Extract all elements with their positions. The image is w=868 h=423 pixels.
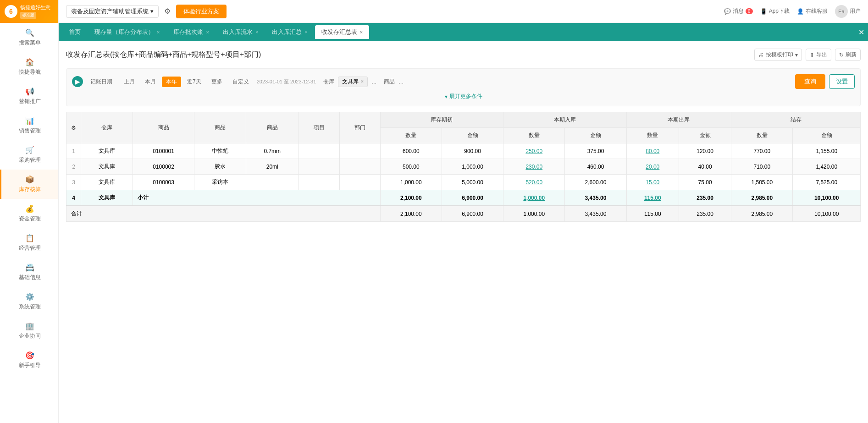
tabbar: 首页 现存量（库存分布表） × 库存批次账 × 出入库流水 × 出入库汇总 × … bbox=[59, 23, 868, 41]
tab-inout-flow[interactable]: 出入库流水 × bbox=[216, 25, 265, 39]
chevron-down-small-icon: ▾ bbox=[795, 52, 798, 58]
sidebar-item-enterprise[interactable]: 🏢 企业协同 bbox=[0, 316, 58, 346]
row-spec: 0.7mm bbox=[246, 143, 299, 159]
th-in-amount: 金额 bbox=[565, 128, 626, 143]
row-code: 0100002 bbox=[133, 159, 194, 175]
sidebar-item-purchase[interactable]: 🛒 采购管理 bbox=[0, 140, 58, 170]
tab-close-inout-flow[interactable]: × bbox=[255, 29, 258, 35]
filter-expand-btn[interactable]: ▶ bbox=[72, 76, 83, 87]
footer-total-row: 合计 2,100.00 6,900.00 1,000.00 3,435.00 1… bbox=[66, 206, 861, 222]
trial-button[interactable]: 体验行业方案 bbox=[176, 5, 227, 18]
date-btn-this-year[interactable]: 本年 bbox=[162, 77, 181, 87]
row-bal-amount: 7,525.00 bbox=[793, 175, 861, 190]
row-out-amount: 75.00 bbox=[679, 175, 731, 190]
footer-out-qty: 115.00 bbox=[626, 206, 679, 222]
row-out-qty[interactable]: 20.00 bbox=[626, 159, 679, 175]
gear-icon[interactable]: ⚙ bbox=[164, 7, 171, 16]
print-button[interactable]: 🖨 按模板打印 ▾ bbox=[754, 49, 802, 61]
th-warehouse: 仓库 bbox=[81, 112, 133, 143]
goods-filter: 商品 ... bbox=[384, 78, 404, 86]
date-btn-last-month[interactable]: 上月 bbox=[120, 77, 139, 87]
warehouse-tag-close[interactable]: × bbox=[360, 78, 364, 85]
date-btn-this-month[interactable]: 本月 bbox=[141, 77, 160, 87]
tab-close-inout-summary[interactable]: × bbox=[304, 29, 307, 35]
finance-icon: 💰 bbox=[25, 204, 34, 213]
subtotal-row: 4 文具库 小计 2,100.00 6,900.00 1,000.00 3,43… bbox=[66, 190, 861, 206]
goods-more-dots[interactable]: ... bbox=[398, 78, 404, 85]
warehouse-more-dots[interactable]: ... bbox=[371, 78, 376, 85]
row-open-amount: 1,000.00 bbox=[442, 159, 503, 175]
base-info-icon: 📇 bbox=[25, 263, 34, 272]
th-dept: 部门 bbox=[339, 112, 380, 143]
date-btn-7days[interactable]: 近7天 bbox=[183, 77, 205, 87]
th-open-amount: 金额 bbox=[442, 128, 503, 143]
tab-home[interactable]: 首页 bbox=[62, 25, 87, 39]
tab-receipt-summary[interactable]: 收发存汇总表 × bbox=[315, 25, 369, 39]
marketing-icon: 📢 bbox=[25, 87, 34, 96]
sidebar-item-newbie[interactable]: 🎯 新手引导 bbox=[0, 346, 58, 375]
filter-bar: ▶ 记账日期 上月 本月 本年 近7天 更多 自定义 2023-01-01 至 … bbox=[66, 68, 861, 106]
online-service-action[interactable]: 👤 在线客服 bbox=[797, 7, 828, 15]
date-btn-custom[interactable]: 自定义 bbox=[228, 77, 253, 87]
page-title-bar: 收发存汇总表(按仓库+商品编码+商品+规格型号+项目+部门) 🖨 按模板打印 ▾… bbox=[66, 49, 861, 61]
sidebar-item-quicknav[interactable]: 🏠 快捷导航 bbox=[0, 52, 58, 82]
settings-button[interactable]: 设置 bbox=[829, 74, 855, 89]
sidebar-item-inventory[interactable]: 📦 库存核算 bbox=[0, 170, 58, 199]
subtotal-bal-amount: 10,100.00 bbox=[793, 190, 861, 206]
warehouse-filter: 仓库 文具库 × ... bbox=[323, 77, 376, 87]
app-download-action[interactable]: 📱 App下载 bbox=[760, 7, 790, 15]
sidebar-item-base-info[interactable]: 📇 基础信息 bbox=[0, 258, 58, 287]
tab-close-receipt-summary[interactable]: × bbox=[360, 29, 363, 35]
row-num: 1 bbox=[66, 143, 81, 159]
message-icon: 💬 bbox=[724, 8, 731, 15]
date-btn-more[interactable]: 更多 bbox=[207, 77, 227, 87]
phone-icon: 📱 bbox=[760, 8, 767, 15]
sidebar-item-marketing[interactable]: 📢 营销推广 bbox=[0, 82, 58, 111]
row-dept bbox=[339, 143, 380, 159]
sidebar-item-operations[interactable]: 📋 经营管理 bbox=[0, 228, 58, 258]
th-out-amount: 金额 bbox=[679, 128, 731, 143]
query-button[interactable]: 查询 bbox=[795, 74, 825, 89]
tab-close-batch[interactable]: × bbox=[206, 29, 209, 35]
row-in-qty[interactable]: 250.00 bbox=[503, 143, 565, 159]
tab-inventory-dist[interactable]: 现存量（库存分布表） × bbox=[88, 25, 166, 39]
chevron-down-icon: ▾ bbox=[445, 93, 448, 100]
table-row: 2 文具库 0100002 胶水 20ml 500.00 1,000.00 23… bbox=[66, 159, 861, 175]
sidebar-item-finance[interactable]: 💰 资金管理 bbox=[0, 199, 58, 228]
system-select[interactable]: 装备及固定资产辅助管理系统 ▾ bbox=[66, 5, 159, 18]
tab-close-inventory-dist[interactable]: × bbox=[157, 29, 160, 35]
footer-open-qty: 2,100.00 bbox=[380, 206, 442, 222]
tab-batch-account[interactable]: 库存批次账 × bbox=[167, 25, 215, 39]
sidebar-item-sales[interactable]: 📊 销售管理 bbox=[0, 111, 58, 140]
system-title: 装备及固定资产辅助管理系统 bbox=[71, 7, 149, 16]
row-in-qty[interactable]: 520.00 bbox=[503, 175, 565, 190]
th-in-qty: 数量 bbox=[503, 128, 565, 143]
export-button[interactable]: ⬆ 导出 bbox=[806, 49, 831, 61]
row-open-qty: 500.00 bbox=[380, 159, 442, 175]
table-settings-header[interactable]: ⚙ bbox=[66, 112, 81, 143]
row-out-qty[interactable]: 15.00 bbox=[626, 175, 679, 190]
sidebar-item-search[interactable]: 🔍 搜索菜单 bbox=[0, 23, 58, 52]
tabbar-close-icon[interactable]: ✕ bbox=[858, 28, 864, 37]
th-bal-amount: 金额 bbox=[793, 128, 861, 143]
refresh-button[interactable]: ↻ 刷新 bbox=[835, 49, 861, 61]
th-open-qty: 数量 bbox=[380, 128, 442, 143]
expand-more-conditions[interactable]: ▾ 展开更多条件 bbox=[72, 93, 855, 100]
message-action[interactable]: 💬 消息 6 bbox=[724, 7, 753, 15]
inventory-icon: 📦 bbox=[25, 175, 34, 184]
tab-inout-summary[interactable]: 出入库汇总 × bbox=[265, 25, 314, 39]
search-icon: 🔍 bbox=[25, 28, 34, 37]
logo-text: 畅捷通好生意 bbox=[20, 4, 50, 11]
user-action[interactable]: Ea 用户 bbox=[835, 5, 861, 18]
row-warehouse: 文具库 bbox=[81, 175, 133, 190]
subtotal-out-qty[interactable]: 115.00 bbox=[626, 190, 679, 206]
subtotal-in-qty[interactable]: 1,000.00 bbox=[503, 190, 565, 206]
row-in-qty[interactable]: 230.00 bbox=[503, 159, 565, 175]
sidebar-item-system[interactable]: ⚙️ 系统管理 bbox=[0, 287, 58, 316]
enterprise-icon: 🏢 bbox=[25, 322, 34, 330]
row-in-amount: 460.00 bbox=[565, 159, 626, 175]
row-name: 中性笔 bbox=[194, 143, 246, 159]
row-out-amount: 40.00 bbox=[679, 159, 731, 175]
topbar: 装备及固定资产辅助管理系统 ▾ ⚙ 体验行业方案 💬 消息 6 📱 App下载 … bbox=[59, 0, 868, 23]
row-out-qty[interactable]: 80.00 bbox=[626, 143, 679, 159]
